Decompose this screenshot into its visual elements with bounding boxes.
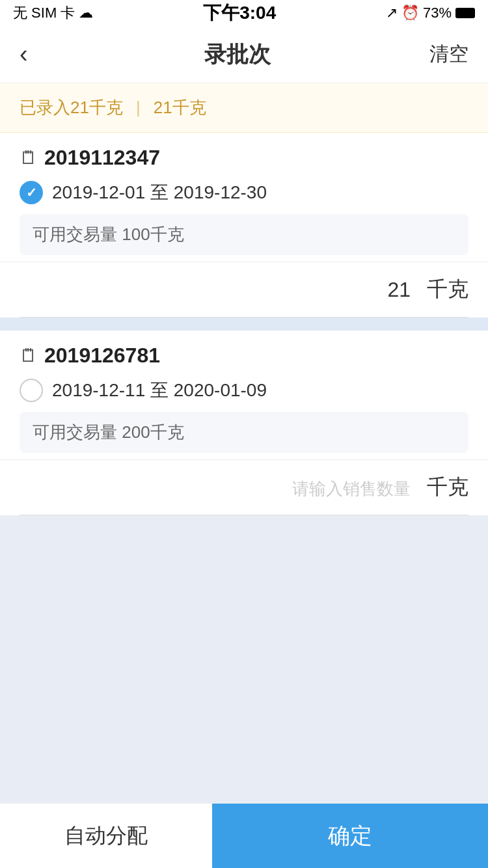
batch-card-1: 🗒 2019112347 2019-12-01 至 2019-12-30 可用交… (0, 133, 488, 318)
batch-card-2: 🗒 2019126781 2019-12-11 至 2020-01-09 可用交… (0, 331, 488, 515)
status-right: ↗ ⏰ 73% (386, 5, 475, 21)
unit-label-2: 千克 (427, 473, 468, 502)
batch-number-1: 2019112347 (44, 146, 160, 170)
alarm-icon: ⏰ (401, 5, 419, 21)
auto-distribute-button[interactable]: 自动分配 (0, 804, 212, 868)
back-button[interactable]: ‹ (20, 40, 59, 68)
batch-date-2: 2019-12-11 至 2020-01-09 (52, 378, 267, 403)
batch-input-row-1: 千克 (0, 262, 488, 317)
summary-divider: | (136, 98, 141, 118)
status-time: 下午3:04 (203, 1, 276, 25)
radio-button-1[interactable] (20, 181, 43, 204)
bottom-bar: 自动分配 确定 (0, 803, 488, 868)
quantity-input-1[interactable] (290, 278, 420, 302)
batch-header-2: 🗒 2019126781 (0, 331, 488, 374)
clear-button[interactable]: 清空 (416, 41, 468, 68)
battery-label: 73% (423, 5, 452, 21)
batch-input-row-2: 千克 (0, 459, 488, 515)
batch-date-1: 2019-12-01 至 2019-12-30 (52, 180, 267, 205)
confirm-button[interactable]: 确定 (212, 804, 488, 868)
batch-date-row-1[interactable]: 2019-12-01 至 2019-12-30 (0, 176, 488, 211)
batch-date-row-2[interactable]: 2019-12-11 至 2020-01-09 (0, 374, 488, 409)
location-icon: ↗ (386, 5, 398, 21)
battery-icon (455, 8, 475, 18)
radio-button-2[interactable] (20, 379, 43, 402)
page-title: 录批次 (204, 40, 271, 70)
batch-available-qty-2: 可用交易量 200千克 (20, 412, 468, 453)
empty-area (0, 515, 488, 834)
batch-header-1: 🗒 2019112347 (0, 133, 488, 176)
unit-label-1: 千克 (427, 275, 468, 304)
no-sim-label: 无 SIM 卡 ☁ (13, 3, 93, 23)
nav-bar: ‹ 录批次 清空 (0, 26, 488, 83)
status-bar: 无 SIM 卡 ☁ 下午3:04 ↗ ⏰ 73% (0, 0, 488, 26)
batch-available-qty-1: 可用交易量 100千克 (20, 214, 468, 255)
section-divider (0, 318, 488, 331)
batch-icon-2: 🗒 (20, 345, 38, 366)
recorded-label: 已录入21千克 (20, 96, 123, 119)
status-left: 无 SIM 卡 ☁ (13, 3, 93, 23)
batch-number-2: 2019126781 (44, 344, 160, 368)
batch-icon-1: 🗒 (20, 147, 38, 169)
summary-bar: 已录入21千克 | 21千克 (0, 83, 488, 133)
summary-value: 21千克 (154, 96, 206, 119)
quantity-input-2[interactable] (290, 476, 420, 500)
